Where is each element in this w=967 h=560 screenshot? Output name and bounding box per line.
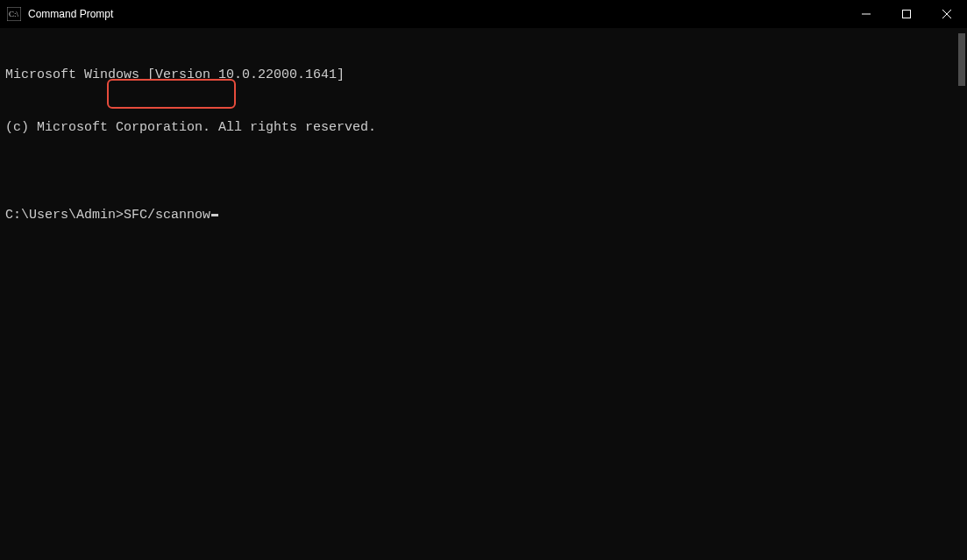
svg-rect-3 [903, 11, 911, 18]
command-input[interactable]: SFC/scannow [124, 207, 210, 224]
prompt-path: C:\Users\Admin> [5, 207, 124, 224]
vertical-scrollbar[interactable] [958, 33, 965, 86]
prompt-line: C:\Users\Admin>SFC/scannow [5, 207, 962, 224]
text-cursor [211, 214, 218, 216]
command-prompt-icon: C:\ [7, 7, 21, 21]
window-title: Command Prompt [28, 8, 113, 20]
output-line: (c) Microsoft Corporation. All rights re… [5, 119, 962, 137]
close-button[interactable] [927, 0, 967, 28]
terminal-area[interactable]: Microsoft Windows [Version 10.0.22000.16… [0, 28, 967, 560]
window-titlebar: C:\ Command Prompt [0, 0, 967, 28]
titlebar-left: C:\ Command Prompt [7, 7, 113, 21]
minimize-button[interactable] [846, 0, 886, 28]
output-line: Microsoft Windows [Version 10.0.22000.16… [5, 67, 962, 84]
maximize-button[interactable] [886, 0, 927, 28]
svg-text:C:\: C:\ [9, 10, 19, 18]
window-controls [846, 0, 967, 28]
